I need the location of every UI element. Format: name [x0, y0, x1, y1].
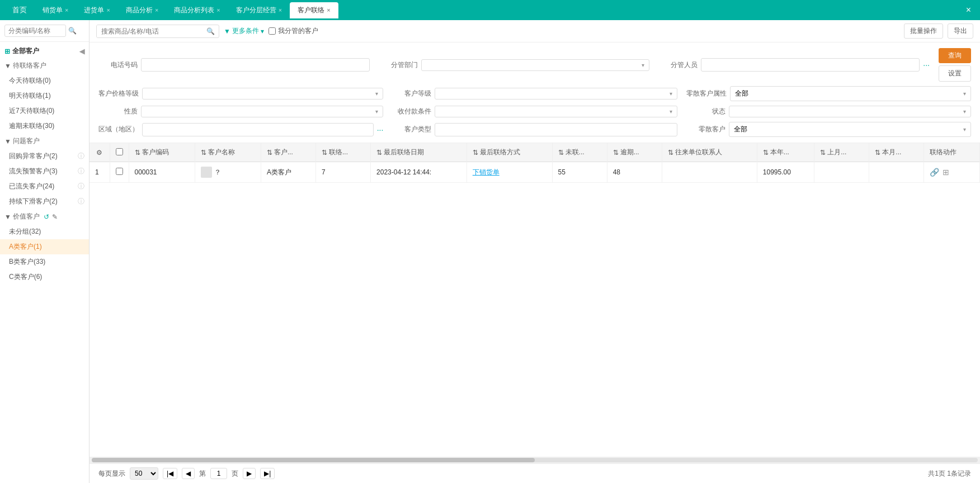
toolbar-search-input[interactable]	[97, 25, 203, 37]
filter-region-more[interactable]: ···	[377, 125, 384, 134]
filter-actions: 查询 设置	[939, 48, 971, 82]
filter-retail-attr-select[interactable]: 全部 ▾	[730, 86, 971, 101]
filter-row-4: 区域（地区） ··· 客户类型 零散客户 全部 ▾	[98, 122, 971, 137]
sidebar-item-today-pending[interactable]: 今天待联络(0)	[0, 73, 89, 88]
my-customer-check[interactable]	[268, 27, 276, 35]
filter-payment-select[interactable]: ▾	[435, 106, 677, 117]
filter-price-level-select[interactable]: ▾	[142, 88, 383, 100]
sort-last-date[interactable]: ⇅ 最后联络日期	[376, 148, 424, 157]
row-checkbox[interactable]	[116, 168, 123, 175]
filter-customer-level: 客户等级 ▾	[392, 88, 677, 100]
sidebar-item-declining[interactable]: 持续下滑客户(2) ⓘ	[0, 194, 89, 209]
sidebar-all-customers[interactable]: ⊞ 全部客户 ◀	[0, 42, 89, 58]
sort-icon: ⇅	[763, 149, 769, 157]
chevron-down-icon: ▾	[642, 62, 644, 68]
sort-icon: ⇅	[322, 149, 327, 157]
sort-overdue[interactable]: ⇅ 逾期...	[613, 148, 639, 157]
gear-icon[interactable]: ⚙	[96, 149, 102, 157]
filter-phone-input[interactable]	[141, 58, 370, 72]
close-icon[interactable]: ×	[65, 7, 68, 13]
nav-tab-customer-tier[interactable]: 客户分层经营 ×	[228, 2, 290, 18]
sort-icon: ⇅	[668, 149, 673, 157]
my-customer-checkbox[interactable]: 我分管的客户	[268, 26, 318, 36]
edit-icon[interactable]: ✎	[52, 213, 58, 221]
filter-manager-more[interactable]: ···	[923, 60, 930, 69]
sort-this-month[interactable]: ⇅ 本月...	[875, 148, 901, 157]
nav-tab-purchase[interactable]: 进货单 ×	[76, 2, 117, 18]
settings-button[interactable]: 设置	[939, 65, 971, 82]
sort-this-year[interactable]: ⇅ 本年...	[763, 148, 789, 157]
cell-checkbox[interactable]	[110, 162, 129, 183]
nav-tab-analysis-list[interactable]: 商品分析列表 ×	[166, 2, 228, 18]
window-close-icon[interactable]: ×	[962, 5, 976, 15]
more-filter-button[interactable]: ▼ 更多条件 ▾	[224, 26, 264, 36]
export-button[interactable]: 导出	[948, 23, 973, 39]
close-icon[interactable]: ×	[279, 7, 282, 13]
sidebar-item-7day-pending[interactable]: 近7天待联络(0)	[0, 103, 89, 119]
cell-last-month	[814, 162, 869, 183]
scroll-thumb[interactable]	[92, 458, 535, 462]
refresh-icon[interactable]: ↺	[44, 213, 49, 221]
prev-page-button[interactable]: ◀	[182, 468, 195, 479]
sort-code[interactable]: ⇅ 客户编码	[135, 148, 169, 157]
sort-type[interactable]: ⇅ 客户...	[267, 148, 293, 157]
filter-retail-customer: 零散客户 全部 ▾	[686, 122, 971, 137]
cell-contact-count: 7	[316, 162, 371, 183]
sidebar-item-churned[interactable]: 已流失客户(24) ⓘ	[0, 179, 89, 194]
nav-tab-analysis[interactable]: 商品分析 ×	[118, 2, 166, 18]
sidebar-item-class-a[interactable]: A类客户(1)	[0, 239, 89, 254]
nav-home[interactable]: 首页	[4, 2, 35, 18]
contact-method-link[interactable]: 下销货单	[473, 168, 500, 176]
sidebar-item-unclassified[interactable]: 未分组(32)	[0, 224, 89, 239]
last-page-button[interactable]: ▶|	[260, 468, 275, 479]
close-icon[interactable]: ×	[327, 7, 330, 13]
filter-customer-level-select[interactable]: ▾	[435, 88, 677, 100]
page-label: 第	[199, 469, 206, 479]
next-page-button[interactable]: ▶	[243, 468, 256, 479]
filter-manager-input[interactable]	[701, 58, 920, 72]
filter-dept-select[interactable]: ▾	[421, 59, 650, 71]
sidebar-search-input[interactable]	[4, 25, 66, 37]
close-icon[interactable]: ×	[106, 7, 110, 13]
sort-last-method[interactable]: ⇅ 最后联络方式	[473, 148, 520, 157]
first-page-button[interactable]: |◀	[163, 468, 177, 479]
action-link-icon[interactable]: 🔗	[930, 168, 939, 177]
horizontal-scrollbar[interactable]	[89, 457, 980, 463]
cell-no-contact: 55	[552, 162, 607, 183]
sidebar-item-class-c[interactable]: C类客户(6)	[0, 269, 89, 285]
sidebar-item-churn-warning[interactable]: 流失预警客户(3) ⓘ	[0, 164, 89, 179]
sidebar-search-icon[interactable]: 🔍	[68, 27, 77, 35]
filter-manager: 分管人员 ···	[658, 58, 930, 72]
sort-name[interactable]: ⇅ 客户名称	[201, 148, 235, 157]
sidebar-item-overdue-contact[interactable]: 逾期未联络(30)	[0, 119, 89, 134]
per-page-select[interactable]: 50 100 200	[130, 467, 158, 480]
col-gear[interactable]: ⚙	[89, 143, 110, 162]
nav-tab-customer-contact[interactable]: 客户联络 ×	[290, 2, 338, 18]
sort-no-contact[interactable]: ⇅ 未联...	[558, 148, 585, 157]
filter-region-input[interactable]	[142, 123, 374, 136]
select-all-checkbox[interactable]	[116, 148, 123, 155]
col-select-all[interactable]	[110, 143, 129, 162]
close-icon[interactable]: ×	[155, 7, 158, 13]
batch-op-button[interactable]: 批量操作	[904, 23, 943, 39]
sidebar-item-class-b[interactable]: B类客户(33)	[0, 254, 89, 269]
sidebar-item-repurchase-abnormal[interactable]: 回购异常客户(2) ⓘ	[0, 149, 89, 164]
sidebar-item-tomorrow-pending[interactable]: 明天待联络(1)	[0, 88, 89, 103]
sort-contact-count[interactable]: ⇅ 联络...	[322, 148, 348, 157]
pagination-total: 共1页 1条记录	[928, 469, 971, 479]
close-icon[interactable]: ×	[216, 7, 220, 13]
sort-contact-person[interactable]: ⇅ 往来单位联系人	[668, 148, 722, 157]
action-grid-icon[interactable]: ⊞	[943, 168, 949, 177]
filter-retail-customer-select[interactable]: 全部 ▾	[729, 122, 971, 137]
nav-tab-sales[interactable]: 销货单 ×	[35, 2, 76, 18]
filter-customer-type-input[interactable]	[435, 123, 677, 136]
filter-nature-select[interactable]: ▾	[141, 106, 383, 117]
query-button[interactable]: 查询	[939, 48, 971, 63]
filter-row-2: 客户价格等级 ▾ 客户等级 ▾ 零散客户属性 全部	[98, 86, 971, 101]
toolbar-search-button[interactable]: 🔍	[203, 25, 218, 37]
filter-status-select[interactable]: ▾	[729, 106, 971, 117]
sort-last-month[interactable]: ⇅ 上月...	[820, 148, 846, 157]
page-input[interactable]	[210, 468, 227, 479]
toolbar: 🔍 ▼ 更多条件 ▾ 我分管的客户 批量操作 导出	[89, 20, 980, 42]
sidebar-collapse-icon[interactable]: ◀	[79, 48, 84, 55]
